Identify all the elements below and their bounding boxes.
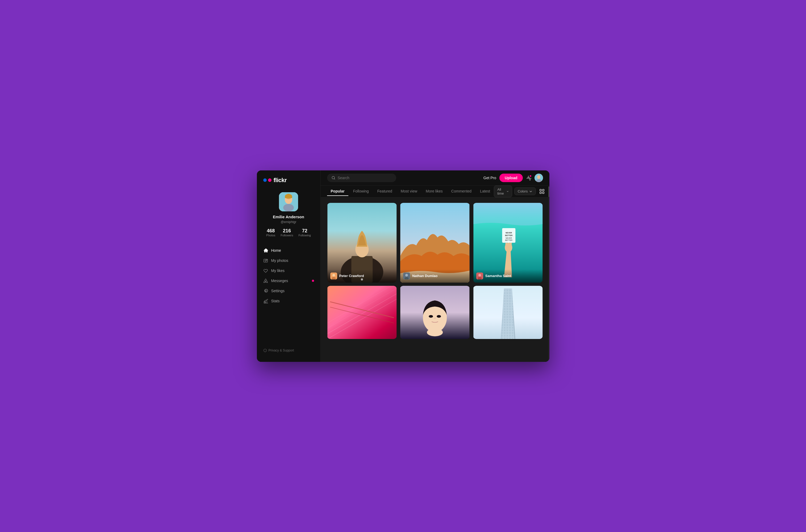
- tab-more-likes[interactable]: More likes: [422, 187, 447, 196]
- photo-card-2[interactable]: Nathan Dumlao: [400, 203, 470, 283]
- profile-area: Emilie Anderson @emiphtgr 468 Photos 216…: [257, 192, 320, 243]
- home-icon: [263, 248, 268, 253]
- time-filter-dropdown[interactable]: All time: [494, 186, 512, 197]
- avatar[interactable]: [279, 192, 298, 211]
- photo-card-1[interactable]: Peter Crawford: [327, 203, 397, 283]
- profile-handle: @emiphtgr: [281, 220, 297, 224]
- chevron-down-icon: [507, 190, 509, 193]
- tab-latest[interactable]: Latest: [476, 187, 494, 196]
- logo-dots: [263, 178, 271, 182]
- photo-card-5[interactable]: [400, 286, 470, 339]
- svg-rect-28: [403, 272, 410, 280]
- svg-point-55: [427, 328, 443, 336]
- sidebar-item-stats[interactable]: Stats: [260, 296, 317, 306]
- colors-filter-label: Colors: [518, 189, 528, 193]
- messages-icon: [263, 278, 268, 283]
- photo-card-6[interactable]: [473, 286, 543, 339]
- content-area[interactable]: Peter Crawford: [321, 197, 549, 362]
- grid-view-button[interactable]: [538, 187, 546, 195]
- sidebar-item-settings[interactable]: Settings: [260, 286, 317, 296]
- svg-rect-34: [508, 242, 509, 248]
- sidebar-item-my-photos[interactable]: My photos: [260, 255, 317, 266]
- colors-filter-dropdown[interactable]: Colors: [514, 187, 536, 195]
- privacy-support-link[interactable]: Privacy & Support: [257, 345, 320, 356]
- logo-text: flickr: [274, 177, 287, 184]
- header-right: Get Pro Upload: [484, 174, 543, 182]
- svg-point-5: [265, 260, 266, 261]
- get-pro-button[interactable]: Get Pro: [484, 176, 496, 180]
- logo-dot-blue: [263, 178, 267, 182]
- author-avatar-peter: [330, 272, 337, 280]
- svg-rect-33: [505, 243, 507, 249]
- svg-point-2: [283, 204, 294, 211]
- sidebar-item-messages[interactable]: Messeges: [260, 276, 317, 286]
- svg-line-46: [327, 294, 396, 334]
- tab-featured[interactable]: Featured: [374, 187, 396, 196]
- stat-following: 72 Following: [298, 228, 311, 237]
- my-photos-icon: [263, 258, 268, 263]
- svg-rect-44: [327, 286, 396, 339]
- nav-menu: Home My photos My likes: [257, 243, 320, 345]
- photo-3-image: NEVER BETTER NEVER BETTER: [473, 203, 543, 283]
- svg-line-50: [330, 307, 394, 323]
- stat-photos-number: 468: [267, 228, 275, 234]
- svg-text:NEVER: NEVER: [506, 237, 512, 239]
- tab-most-view[interactable]: Most view: [397, 187, 421, 196]
- photo-card-3[interactable]: NEVER BETTER NEVER BETTER: [473, 203, 543, 283]
- scrollbar-thumb[interactable]: [548, 186, 549, 197]
- photo-2-author-avatar: [403, 272, 410, 280]
- svg-point-26: [332, 277, 336, 280]
- svg-point-42: [479, 274, 481, 277]
- photo-card-4[interactable]: [327, 286, 397, 339]
- tab-popular[interactable]: Popular: [327, 187, 348, 196]
- search-bar[interactable]: [327, 174, 396, 182]
- svg-rect-27: [400, 203, 469, 283]
- svg-rect-24: [330, 272, 337, 280]
- photo-6-image: [473, 286, 543, 339]
- sidebar-item-home[interactable]: Home: [260, 245, 317, 255]
- svg-line-45: [327, 299, 396, 339]
- photo-2-overlay: Nathan Dumlao: [400, 269, 470, 283]
- tab-following[interactable]: Following: [350, 187, 373, 196]
- sidebar-label-home: Home: [271, 248, 281, 252]
- tabs-row: Popular Following Featured Most view Mor…: [327, 187, 494, 196]
- svg-rect-35: [510, 242, 512, 248]
- sidebar-label-my-photos: My photos: [271, 259, 288, 263]
- svg-rect-36: [502, 228, 516, 243]
- photo-1-author-avatar: [330, 272, 337, 280]
- activity-notification-dot: [530, 175, 531, 177]
- avatar-face: [279, 192, 298, 211]
- tab-commented[interactable]: Commented: [448, 187, 475, 196]
- photo-4-image: [327, 286, 397, 339]
- photo-2-author-name: Nathan Dumlao: [412, 274, 437, 278]
- tabs-bar: Popular Following Featured Most view Mor…: [321, 186, 549, 197]
- svg-point-7: [265, 290, 266, 291]
- info-icon: [263, 348, 267, 352]
- user-avatar-button[interactable]: [535, 174, 543, 182]
- svg-rect-14: [542, 189, 544, 191]
- photo-grid-container: Peter Crawford: [321, 197, 549, 344]
- author-avatar-samantha: [476, 272, 483, 280]
- svg-point-53: [429, 315, 433, 318]
- user-avatar-image: [535, 174, 543, 182]
- svg-point-52: [423, 303, 447, 332]
- svg-point-25: [332, 274, 335, 277]
- photo-2-image: [400, 203, 470, 283]
- photo-3-overlay: Samantha Saint: [473, 269, 543, 283]
- activity-button[interactable]: [526, 175, 531, 180]
- sidebar-item-my-likes[interactable]: My likes: [260, 266, 317, 276]
- svg-rect-13: [540, 189, 541, 191]
- flickr-logo[interactable]: flickr: [263, 177, 314, 184]
- time-filter-label: All time: [497, 187, 505, 195]
- search-input[interactable]: [338, 176, 392, 180]
- sidebar-label-stats: Stats: [271, 299, 280, 303]
- settings-icon: [263, 288, 268, 293]
- svg-rect-41: [476, 272, 483, 280]
- upload-button[interactable]: Upload: [500, 174, 523, 182]
- svg-rect-51: [400, 286, 469, 339]
- logo-dot-pink: [268, 178, 271, 182]
- svg-text:BETTER: BETTER: [505, 234, 512, 236]
- main-content: Get Pro Upload: [321, 170, 549, 362]
- stat-followers-label: Followers: [281, 234, 293, 237]
- svg-point-32: [505, 243, 512, 252]
